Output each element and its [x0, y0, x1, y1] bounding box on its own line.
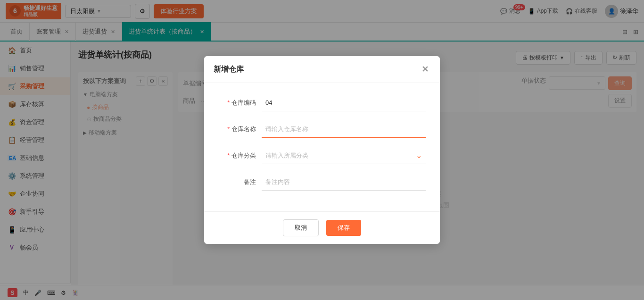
code-input[interactable] — [262, 94, 426, 111]
note-label: 备注 — [218, 178, 256, 186]
modal-footer: 取消 保存 — [204, 211, 440, 244]
modal-body: 仓库编码 仓库名称 仓库分类 请输入所属分类 ⌄ 备注 — [204, 83, 440, 211]
name-label: 仓库名称 — [218, 125, 256, 133]
category-select[interactable]: 请输入所属分类 ⌄ — [262, 147, 426, 164]
name-input[interactable] — [262, 121, 426, 138]
code-label: 仓库编码 — [218, 99, 256, 107]
category-dropdown-icon: ⌄ — [416, 151, 422, 160]
modal-overlay: 新增仓库 ✕ 仓库编码 仓库名称 仓库分类 请输入所属分类 ⌄ — [0, 0, 644, 300]
form-row-code: 仓库编码 — [218, 94, 426, 111]
modal-close-btn[interactable]: ✕ — [419, 64, 430, 75]
form-row-name: 仓库名称 — [218, 121, 426, 138]
cancel-button[interactable]: 取消 — [283, 219, 319, 236]
modal-header: 新增仓库 ✕ — [204, 56, 440, 83]
form-row-note: 备注 — [218, 174, 426, 191]
modal-title: 新增仓库 — [214, 65, 244, 75]
category-label: 仓库分类 — [218, 151, 256, 160]
form-row-category: 仓库分类 请输入所属分类 ⌄ — [218, 147, 426, 164]
modal-new-warehouse: 新增仓库 ✕ 仓库编码 仓库名称 仓库分类 请输入所属分类 ⌄ — [204, 56, 440, 244]
category-placeholder: 请输入所属分类 — [265, 151, 308, 160]
note-input[interactable] — [262, 174, 426, 191]
save-button[interactable]: 保存 — [326, 220, 361, 236]
